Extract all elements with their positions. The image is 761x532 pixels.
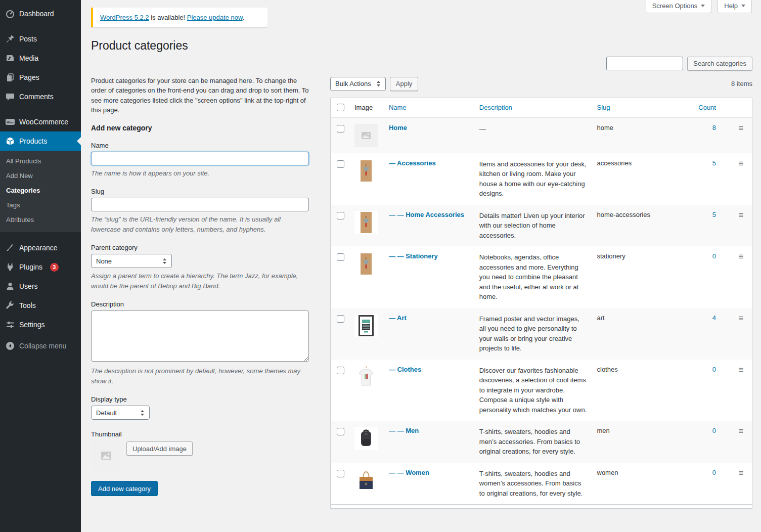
- drag-handle-icon[interactable]: ≡: [739, 468, 744, 478]
- row-checkbox[interactable]: [337, 428, 344, 435]
- add-new-category-button[interactable]: Add new category: [91, 481, 158, 496]
- help-button[interactable]: Help: [718, 0, 752, 13]
- sidebar-item-products[interactable]: Products: [0, 131, 81, 151]
- screen-options-button[interactable]: Screen Options: [646, 0, 712, 13]
- search-categories-input[interactable]: [606, 57, 683, 70]
- row-checkbox[interactable]: [337, 212, 344, 219]
- row-checkbox[interactable]: [337, 125, 344, 132]
- description-textarea[interactable]: [91, 311, 309, 362]
- display-type-value: Default: [96, 409, 117, 417]
- sidebar-item-label: Products: [19, 137, 47, 145]
- category-count-link[interactable]: 4: [712, 314, 716, 322]
- drag-handle-icon[interactable]: ≡: [739, 314, 744, 323]
- sidebar-item-media[interactable]: Media: [0, 49, 81, 68]
- sidebar-item-label: Plugins: [19, 263, 42, 271]
- row-checkbox[interactable]: [337, 470, 344, 477]
- drag-handle-icon[interactable]: ≡: [739, 159, 744, 168]
- drag-handle-icon[interactable]: ≡: [739, 426, 744, 436]
- category-row-clothes: — ClothesDiscover our favorites fashiona…: [331, 360, 752, 421]
- sidebar-item-comments[interactable]: Comments: [0, 87, 81, 106]
- row-checkbox[interactable]: [337, 253, 344, 261]
- name-input[interactable]: [91, 152, 309, 165]
- category-description: T-shirts, sweaters, hoodies and men’s ac…: [474, 421, 592, 463]
- category-description: Framed poster and vector images, all you…: [474, 308, 592, 360]
- upload-add-image-button[interactable]: Upload/Add image: [126, 441, 193, 456]
- row-checkbox[interactable]: [337, 315, 344, 323]
- sidebar-item-attributes[interactable]: Attributes: [0, 212, 81, 227]
- parent-category-label: Parent category: [91, 244, 309, 251]
- slug-input[interactable]: [91, 198, 309, 211]
- sidebar-item-settings[interactable]: Settings: [0, 315, 81, 334]
- sidebar-item-label: Posts: [19, 35, 37, 43]
- category-count-link[interactable]: 0: [712, 366, 716, 373]
- category-name-link[interactable]: — — Men: [389, 427, 419, 434]
- category-count-link[interactable]: 8: [712, 124, 716, 131]
- category-count-link[interactable]: 0: [712, 252, 716, 260]
- category-name-link[interactable]: — Art: [389, 314, 407, 322]
- column-header-count[interactable]: Count: [698, 104, 716, 111]
- category-name-link[interactable]: — Clothes: [389, 366, 421, 373]
- category-description: Discover our favorites fashionable disco…: [474, 360, 592, 421]
- category-thumbnail-image: [354, 427, 378, 450]
- screen-options-label: Screen Options: [652, 2, 698, 10]
- sidebar-item-tags[interactable]: Tags: [0, 198, 81, 212]
- sidebar-item-all-products[interactable]: All Products: [0, 154, 81, 168]
- category-thumbnail-image: [354, 211, 378, 234]
- category-count-link[interactable]: 0: [712, 469, 716, 476]
- search-categories-button[interactable]: Search categories: [687, 57, 752, 71]
- tools-icon: [5, 300, 15, 311]
- update-now-link[interactable]: Please update now: [187, 14, 243, 21]
- column-header-slug[interactable]: Slug: [597, 104, 610, 111]
- sidebar-item-posts[interactable]: Posts: [0, 29, 81, 49]
- apply-button[interactable]: Apply: [390, 77, 419, 91]
- category-name-link[interactable]: — — Stationery: [389, 252, 438, 260]
- select-updown-icon: [376, 80, 381, 87]
- category-thumbnail-image: [354, 366, 378, 389]
- bulk-actions-select[interactable]: Bulk Actions: [330, 77, 386, 91]
- help-label: Help: [724, 2, 738, 10]
- sidebar-item-label: WooCommerce: [19, 118, 68, 126]
- screen-meta-tabs: Screen Options Help: [646, 0, 752, 13]
- table-footer: [330, 505, 752, 509]
- category-thumbnail-image: [354, 124, 378, 147]
- sidebar-item-woocommerce[interactable]: WooWooCommerce: [0, 112, 81, 131]
- sidebar-item-collapse-menu[interactable]: Collapse menu: [0, 336, 81, 356]
- row-checkbox[interactable]: [337, 367, 344, 374]
- category-row-home-accessories: — — Home AccessoriesDetails matter! Live…: [331, 205, 752, 247]
- description-help: The description is not prominent by defa…: [91, 366, 309, 386]
- sidebar-item-pages[interactable]: Pages: [0, 68, 81, 87]
- update-notice: WordPress 5.2.2 is available! Please upd…: [91, 8, 267, 27]
- category-name-link[interactable]: — — Home Accessories: [389, 211, 464, 218]
- row-checkbox[interactable]: [337, 160, 344, 168]
- category-name-link[interactable]: — — Women: [389, 469, 429, 476]
- wordpress-version-link[interactable]: WordPress 5.2.2: [100, 14, 149, 21]
- display-type-select[interactable]: Default: [91, 406, 150, 420]
- category-thumbnail-image: [354, 252, 378, 276]
- category-count-link[interactable]: 5: [712, 159, 716, 167]
- sidebar-item-categories[interactable]: Categories: [0, 183, 81, 198]
- sidebar-item-add-new[interactable]: Add New: [0, 168, 81, 183]
- drag-handle-icon[interactable]: ≡: [739, 210, 744, 220]
- category-row-home: Home—home8≡: [331, 117, 752, 153]
- sidebar-item-users[interactable]: Users: [0, 277, 81, 296]
- category-description: Notebooks, agendas, office accessories a…: [474, 246, 592, 308]
- column-header-name[interactable]: Name: [389, 104, 407, 111]
- drag-handle-icon[interactable]: ≡: [739, 123, 744, 133]
- category-slug: men: [592, 421, 694, 463]
- column-header-image: Image: [349, 98, 384, 117]
- category-count-link[interactable]: 0: [712, 427, 716, 434]
- sidebar-item-dashboard[interactable]: Dashboard: [0, 4, 81, 23]
- sidebar-item-plugins[interactable]: Plugins3: [0, 257, 81, 277]
- sidebar-item-label: Media: [19, 54, 38, 62]
- drag-handle-icon[interactable]: ≡: [739, 365, 744, 375]
- drag-handle-icon[interactable]: ≡: [739, 252, 744, 261]
- parent-category-select[interactable]: None: [91, 254, 172, 268]
- column-header-description[interactable]: Description: [479, 104, 512, 111]
- category-name-link[interactable]: Home: [389, 124, 407, 131]
- select-all-checkbox[interactable]: [337, 104, 344, 111]
- sidebar-item-appearance[interactable]: Appearance: [0, 238, 81, 257]
- category-name-link[interactable]: — Accessories: [389, 159, 436, 167]
- category-description: T-shirts, sweaters, hoodies and women’s …: [474, 463, 592, 505]
- category-count-link[interactable]: 5: [712, 211, 716, 218]
- sidebar-item-tools[interactable]: Tools: [0, 296, 81, 315]
